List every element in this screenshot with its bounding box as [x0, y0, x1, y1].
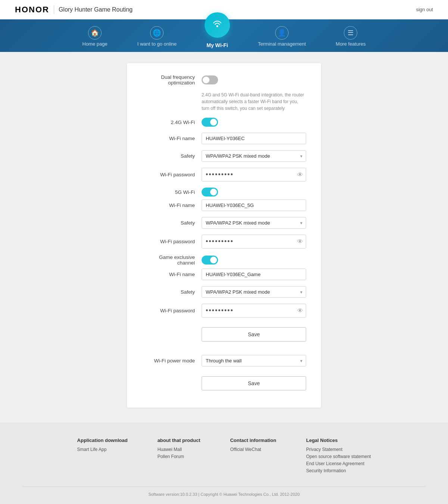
wifi24-name-input[interactable]: [202, 133, 306, 144]
wifi24-safety-row: Safety WPA/WPA2 PSK mixed mode WPA2 PSK …: [142, 150, 306, 162]
save-button-1[interactable]: Save: [202, 327, 306, 341]
brand-divider: [54, 5, 54, 14]
nav-item-more[interactable]: ☰ More features: [321, 23, 380, 52]
nav-item-home[interactable]: 🏠 Home page: [68, 23, 122, 52]
footer-grid: Application download Smart Life App abou…: [22, 437, 426, 475]
save2-wrap: Save: [202, 372, 306, 396]
game-channel-slider: [202, 256, 218, 265]
footer-link-eula[interactable]: End User License Agreement: [306, 461, 371, 466]
dual-freq-toggle[interactable]: [202, 75, 218, 84]
wifi5g-pwd-wrap: 👁: [202, 235, 306, 248]
footer-link-security[interactable]: Security Information: [306, 468, 371, 473]
nav-item-wifi[interactable]: My Wi-Fi: [192, 24, 243, 52]
power-mode-row: Wi-Fi power mode Through the wall Standa…: [142, 355, 306, 367]
nav-label-more: More features: [336, 41, 365, 47]
nav: 🏠 Home page 🌐 I want to go online: [0, 19, 448, 52]
footer-col-product: about that product Huawei Mall Pollen Fo…: [158, 437, 200, 475]
wifi5g-slider: [202, 188, 218, 197]
wifi24-pwd-label: Wi-Fi password: [142, 172, 202, 177]
main-content: Dual frequency optimization 2.4G and 5G …: [0, 52, 448, 423]
more-icon: ☰: [344, 26, 357, 40]
wifi5g-safety-select[interactable]: WPA/WPA2 PSK mixed mode WPA2 PSK WPA PSK…: [202, 217, 306, 229]
game-pwd-wrap: 👁: [202, 304, 306, 318]
wifi5g-eye-icon[interactable]: 👁: [297, 238, 303, 245]
wifi24-safety-select[interactable]: WPA/WPA2 PSK mixed mode WPA2 PSK WPA PSK…: [202, 150, 306, 162]
wifi24-label: 2.4G Wi-Fi: [142, 120, 202, 125]
game-safety-label: Safety: [142, 289, 202, 295]
game-name-input[interactable]: [202, 269, 306, 280]
nav-item-terminal[interactable]: 👤 Terminal management: [243, 23, 321, 52]
wifi5g-name-row: Wi-Fi name: [142, 200, 306, 211]
wifi5g-label: 5G Wi-Fi: [142, 189, 202, 195]
game-safety-select[interactable]: WPA/WPA2 PSK mixed mode WPA2 PSK WPA PSK…: [202, 286, 306, 298]
dual-freq-slider: [202, 75, 218, 84]
online-icon: 🌐: [150, 26, 164, 40]
wifi5g-name-label: Wi-Fi name: [142, 202, 202, 208]
footer-link-privacy[interactable]: Privacy Statement: [306, 447, 371, 452]
footer-link-smart-life[interactable]: Smart Life App: [77, 447, 128, 452]
wifi24-slider: [202, 118, 218, 127]
save-button-2[interactable]: Save: [202, 376, 306, 390]
game-channel-row: Game exclusive channel: [142, 254, 306, 266]
footer-col-legal-title: Legal Notices: [306, 437, 371, 443]
wifi5g-pwd-label: Wi-Fi password: [142, 239, 202, 244]
nav-item-online[interactable]: 🌐 I want to go online: [122, 23, 192, 52]
footer-col-contact-title: Contact information: [230, 437, 276, 443]
footer-col-legal: Legal Notices Privacy Statement Open sou…: [306, 437, 371, 475]
footer: Application download Smart Life App abou…: [0, 423, 448, 504]
wifi5g-safety-label: Safety: [142, 220, 202, 226]
wifi24-toggle-wrap: [202, 118, 306, 127]
nav-items: 🏠 Home page 🌐 I want to go online: [0, 23, 448, 52]
wifi24-name-label: Wi-Fi name: [142, 136, 202, 141]
wifi24-row: 2.4G Wi-Fi: [142, 118, 306, 127]
game-pwd-input[interactable]: [202, 304, 306, 318]
footer-col-download-title: Application download: [77, 437, 128, 443]
power-mode-select[interactable]: Through the wall Standard Energy saving: [202, 355, 306, 367]
wifi24-pwd-wrap: 👁: [202, 168, 306, 182]
wifi24-pwd-row: Wi-Fi password 👁: [142, 168, 306, 182]
wifi24-pwd-input[interactable]: [202, 168, 306, 182]
wifi5g-pwd-input[interactable]: [202, 235, 306, 248]
wifi5g-row: 5G Wi-Fi: [142, 188, 306, 197]
dual-freq-label: Dual frequency optimization: [142, 74, 202, 86]
wifi5g-name-wrap: [202, 200, 306, 211]
game-channel-toggle[interactable]: [202, 256, 218, 265]
game-channel-label: Game exclusive channel: [142, 254, 202, 266]
home-icon: 🏠: [88, 26, 102, 40]
wifi5g-name-input[interactable]: [202, 200, 306, 211]
wifi24-safety-label: Safety: [142, 153, 202, 159]
power-mode-label: Wi-Fi power mode: [142, 358, 202, 364]
nav-label-home: Home page: [83, 41, 108, 47]
wifi-icon-outer: [205, 12, 230, 38]
wifi24-toggle[interactable]: [202, 118, 218, 127]
wifi5g-pwd-row: Wi-Fi password 👁: [142, 235, 306, 248]
nav-label-terminal: Terminal management: [258, 41, 306, 47]
footer-link-wechat[interactable]: Official WeChat: [230, 447, 276, 452]
wifi-icon-wrapper: [205, 12, 230, 38]
game-name-label: Wi-Fi name: [142, 272, 202, 277]
signout-button[interactable]: sign out: [416, 7, 433, 12]
wifi24-name-wrap: [202, 133, 306, 144]
brand: HONOR Glory Hunter Game Routing: [15, 5, 133, 15]
wifi24-eye-icon[interactable]: 👁: [297, 171, 303, 178]
nav-label-online: I want to go online: [137, 41, 177, 47]
wifi24-name-row: Wi-Fi name: [142, 133, 306, 144]
game-pwd-label: Wi-Fi password: [142, 308, 202, 313]
wifi-icon: [212, 18, 223, 32]
footer-col-download: Application download Smart Life App: [77, 437, 128, 475]
game-channel-toggle-wrap: [202, 256, 306, 265]
footer-link-opensource[interactable]: Open source software statement: [306, 454, 371, 459]
wifi5g-safety-wrap: WPA/WPA2 PSK mixed mode WPA2 PSK WPA PSK…: [202, 217, 306, 229]
game-pwd-row: Wi-Fi password 👁: [142, 304, 306, 318]
brand-honor: HONOR: [15, 5, 49, 15]
power-mode-wrap: Through the wall Standard Energy saving: [202, 355, 306, 367]
terminal-icon: 👤: [275, 26, 289, 40]
footer-link-pollen[interactable]: Pollen Forum: [158, 454, 200, 459]
wifi5g-toggle[interactable]: [202, 188, 218, 197]
wifi24-safety-wrap: WPA/WPA2 PSK mixed mode WPA2 PSK WPA PSK…: [202, 150, 306, 162]
footer-link-huawei-mall[interactable]: Huawei Mall: [158, 447, 200, 452]
game-eye-icon[interactable]: 👁: [297, 307, 303, 314]
game-safety-wrap: WPA/WPA2 PSK mixed mode WPA2 PSK WPA PSK…: [202, 286, 306, 298]
dual-freq-desc: 2.4G and 5G Wi-Fi dual-band integration,…: [202, 92, 306, 112]
wifi5g-safety-row: Safety WPA/WPA2 PSK mixed mode WPA2 PSK …: [142, 217, 306, 229]
